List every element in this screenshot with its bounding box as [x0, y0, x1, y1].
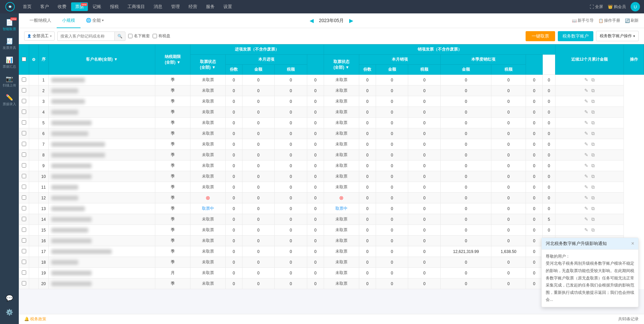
cell-out-status[interactable]: 未取票: [324, 96, 359, 107]
cell-in-status[interactable]: 未取票: [190, 96, 225, 107]
refresh-link[interactable]: 🔄刷新: [625, 18, 639, 23]
cell-in-status[interactable]: ⊗: [190, 193, 225, 203]
nav-item-manage[interactable]: 管理: [167, 2, 184, 11]
nav-item-home[interactable]: 首页: [19, 2, 36, 11]
tab-general-taxpayer[interactable]: 一般纳税人: [24, 13, 57, 28]
cell-name[interactable]: [49, 171, 155, 182]
cell-name[interactable]: [49, 75, 155, 85]
cell-out-status[interactable]: 未取票: [324, 107, 359, 118]
cell-in-status[interactable]: 未取票: [190, 171, 225, 182]
search-input[interactable]: [57, 31, 114, 41]
cell-name[interactable]: [49, 182, 155, 193]
copy-btn[interactable]: ⧉: [590, 205, 596, 212]
checkbox-account-input[interactable]: [128, 34, 132, 38]
prev-month-btn[interactable]: ◀: [308, 17, 315, 24]
cell-checkbox[interactable]: [19, 118, 29, 128]
sidebar-item-smart-ticket[interactable]: 📄 智能取票 new: [1, 16, 18, 34]
select-all-checkbox[interactable]: [22, 57, 26, 61]
cell-name[interactable]: [49, 214, 155, 225]
cell-checkbox[interactable]: [19, 225, 29, 236]
logo[interactable]: [4, 1, 16, 13]
cell-in-status[interactable]: 未取票: [190, 128, 225, 139]
copy-btn[interactable]: ⧉: [590, 141, 596, 148]
next-month-btn[interactable]: ▶: [348, 17, 355, 24]
cell-in-status[interactable]: 未取票: [190, 85, 225, 96]
row-checkbox[interactable]: [22, 238, 26, 243]
cell-out-status[interactable]: 未取票: [324, 160, 359, 171]
copy-btn[interactable]: ⧉: [590, 87, 596, 94]
cell-in-status[interactable]: 未取票: [190, 75, 225, 85]
cell-name[interactable]: [49, 107, 155, 118]
edit-btn[interactable]: ✎: [583, 216, 589, 222]
edit-btn[interactable]: ✎: [583, 226, 589, 233]
cell-in-status[interactable]: 未取票: [190, 236, 225, 246]
checkbox-taxpad-input[interactable]: [153, 34, 157, 38]
cell-out-status[interactable]: ⊗: [324, 193, 359, 203]
nav-item-ticket[interactable]: 票据new: [71, 2, 88, 11]
cell-in-status[interactable]: 未取票: [190, 160, 225, 171]
nav-item-fee[interactable]: 收费: [54, 2, 70, 11]
edit-btn[interactable]: ✎: [583, 151, 589, 158]
row-checkbox[interactable]: [22, 77, 26, 82]
cell-in-status[interactable]: 未取票: [190, 214, 225, 225]
row-checkbox[interactable]: [22, 206, 26, 210]
row-checkbox[interactable]: [22, 163, 26, 168]
cell-out-status[interactable]: 未取票: [324, 85, 359, 96]
row-checkbox[interactable]: [22, 120, 26, 125]
cell-out-status[interactable]: 未取票: [324, 171, 359, 182]
cell-checkbox[interactable]: [19, 160, 29, 171]
edit-btn[interactable]: ✎: [583, 76, 589, 83]
nav-item-settings[interactable]: 设置: [219, 2, 236, 11]
cell-checkbox[interactable]: [19, 257, 29, 268]
row-checkbox[interactable]: [22, 131, 26, 135]
row-checkbox[interactable]: [22, 152, 26, 157]
tax-digital-account-ops-btn[interactable]: 税务数字账户操作 ▾: [596, 31, 639, 41]
edit-btn[interactable]: ✎: [583, 130, 589, 137]
sidebar-item-scan-upload[interactable]: 📷 扫描上传: [1, 72, 18, 90]
sidebar-item-ticket-summary[interactable]: 📊 票据汇总: [1, 54, 18, 72]
checkbox-account[interactable]: 名下账套: [128, 33, 150, 39]
cell-checkbox[interactable]: [19, 171, 29, 182]
cell-checkbox[interactable]: [19, 203, 29, 214]
cell-out-status[interactable]: 未取票: [324, 257, 359, 268]
fullscreen-btn[interactable]: ⛶全屏: [590, 4, 603, 10]
cell-in-status[interactable]: 未取票: [190, 182, 225, 193]
th-client-name[interactable]: 客户名称(全部) ▼: [49, 45, 155, 75]
cell-name[interactable]: [49, 139, 155, 150]
copy-btn[interactable]: ⧉: [590, 194, 596, 201]
nav-item-bookkeeping[interactable]: 记账: [89, 2, 105, 11]
row-checkbox[interactable]: [22, 185, 26, 189]
cell-out-status[interactable]: 未取票: [324, 278, 359, 289]
cell-checkbox[interactable]: [19, 75, 29, 85]
cell-checkbox[interactable]: [19, 236, 29, 246]
cell-in-status[interactable]: 未取票: [190, 225, 225, 236]
cell-checkbox[interactable]: [19, 246, 29, 257]
cell-name[interactable]: [49, 193, 155, 203]
copy-btn[interactable]: ⧉: [590, 226, 596, 234]
sidebar-item-invoice-open[interactable]: 🧾 发票开具: [1, 35, 18, 53]
edit-btn[interactable]: ✎: [583, 119, 589, 126]
one-click-ticket-btn[interactable]: 一键取票: [526, 31, 555, 41]
cell-name[interactable]: [49, 128, 155, 139]
row-checkbox[interactable]: [22, 174, 26, 178]
copy-btn[interactable]: ⧉: [590, 173, 596, 180]
copy-btn[interactable]: ⧉: [590, 184, 596, 191]
sidebar-item-config[interactable]: ⚙️: [1, 306, 18, 319]
cell-checkbox[interactable]: [19, 182, 29, 193]
cell-name[interactable]: [49, 268, 155, 278]
membership-btn[interactable]: 👑购会员: [608, 4, 626, 10]
row-checkbox[interactable]: [22, 270, 26, 275]
row-checkbox[interactable]: [22, 99, 26, 103]
row-checkbox[interactable]: [22, 281, 26, 285]
cell-checkbox[interactable]: [19, 96, 29, 107]
row-checkbox[interactable]: [22, 249, 26, 253]
cell-out-status[interactable]: 取票中: [324, 203, 359, 214]
tax-policy-link[interactable]: 🔔 税务政策: [24, 316, 46, 322]
edit-btn[interactable]: ✎: [583, 184, 589, 190]
cell-in-status[interactable]: 未取票: [190, 150, 225, 160]
search-button[interactable]: 🔍: [114, 31, 125, 41]
cell-name[interactable]: [49, 160, 155, 171]
cell-checkbox[interactable]: [19, 193, 29, 203]
cell-out-status[interactable]: 未取票: [324, 150, 359, 160]
row-checkbox[interactable]: [22, 142, 26, 146]
